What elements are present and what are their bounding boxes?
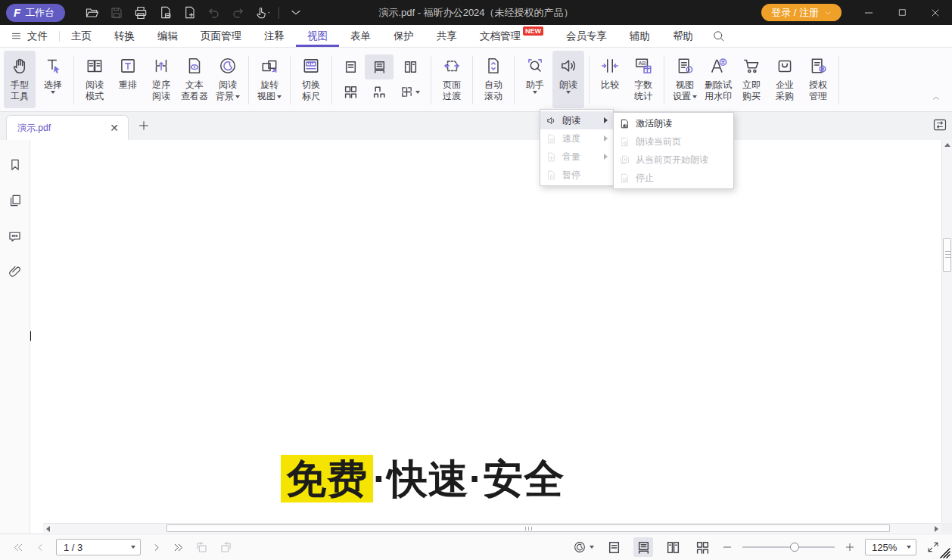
enterprise-purchase-button[interactable]: 企业采购 — [769, 51, 801, 108]
customize-toolbar-icon[interactable] — [284, 3, 308, 23]
last-page-icon[interactable] — [172, 541, 185, 554]
next-page-icon[interactable] — [151, 542, 162, 553]
menu-accessibility[interactable]: 辅助 — [618, 25, 661, 47]
tab-close-icon[interactable]: ✕ — [108, 122, 120, 134]
hand-tool-button[interactable]: 手型工具 — [4, 51, 36, 108]
page-transition-button[interactable]: 页面过渡 — [436, 51, 468, 108]
zoom-slider[interactable] — [742, 542, 835, 552]
facing-layout-button[interactable] — [394, 54, 427, 79]
ribbon-divider — [589, 56, 590, 104]
redo-icon[interactable] — [226, 3, 250, 23]
open-file-icon[interactable] — [80, 3, 104, 23]
menu-convert[interactable]: 转换 — [103, 25, 146, 47]
separate-cover-layout-button[interactable] — [365, 79, 394, 104]
toggle-ruler-button[interactable]: 切换标尺 — [295, 51, 327, 108]
auto-scroll-button[interactable]: 自动滚动 — [478, 51, 509, 108]
facing-continuous-view-icon[interactable] — [692, 537, 712, 557]
page-number-combobox[interactable]: 1 / 3 — [56, 539, 141, 555]
facing-view-icon[interactable] — [663, 537, 683, 557]
menu-edit[interactable]: 编辑 — [146, 25, 189, 47]
split-view-button[interactable] — [394, 79, 427, 104]
zoom-slider-thumb[interactable] — [790, 543, 799, 552]
scroll-left-arrow[interactable] — [46, 526, 50, 532]
menu-share[interactable]: 共享 — [425, 25, 468, 47]
facing-continuous-layout-button[interactable] — [336, 79, 365, 104]
minimize-button[interactable] — [852, 0, 885, 25]
horizontal-scroll-thumb[interactable] — [166, 524, 890, 532]
page-export-icon[interactable] — [153, 3, 177, 23]
menu-item-speed[interactable]: 速度 — [540, 129, 613, 148]
horizontal-scrollbar[interactable] — [43, 523, 941, 533]
menu-home[interactable]: 主页 — [60, 25, 103, 47]
menu-item-pause[interactable]: 暂停 — [540, 166, 613, 184]
previous-view-icon[interactable] — [194, 540, 209, 555]
comments-panel-icon[interactable] — [7, 228, 23, 244]
menu-item-read-current-page[interactable]: 朗读当前页 — [614, 132, 733, 151]
continuous-layout-button[interactable] — [365, 54, 394, 79]
ribbon-toolbar: 手型工具 选择 阅读模式 重排 逆序阅读 文本查看器 阅读背景 旋转视图 切换标… — [0, 48, 952, 112]
menu-item-volume[interactable]: 音量 — [540, 148, 613, 166]
menu-view[interactable]: 视图 — [296, 25, 339, 47]
compare-button[interactable]: 比较 — [594, 51, 626, 108]
reflow-button[interactable]: 重排 — [112, 51, 144, 108]
pages-panel-icon[interactable] — [7, 192, 23, 209]
collapse-ribbon-icon[interactable] — [931, 93, 941, 107]
zoom-out-icon[interactable] — [722, 542, 733, 552]
attachments-panel-icon[interactable] — [7, 263, 23, 280]
view-settings-button[interactable]: 视图设置 — [669, 51, 701, 108]
close-button[interactable] — [919, 0, 952, 25]
menu-page-management[interactable]: 页面管理 — [189, 25, 253, 47]
menu-item-stop[interactable]: 停止 — [614, 169, 733, 187]
assistant-button[interactable]: 助手 — [519, 51, 551, 108]
single-page-layout-button[interactable] — [336, 54, 365, 79]
text-viewer-button[interactable]: 文本查看器 — [179, 51, 210, 108]
fullscreen-icon[interactable] — [926, 540, 940, 554]
select-button[interactable]: 选择 — [37, 51, 69, 108]
maximize-button[interactable] — [885, 0, 919, 25]
vertical-scroll-thumb[interactable] — [943, 238, 951, 272]
reverse-reading-button[interactable]: 逆序阅读 — [145, 51, 177, 108]
menu-protect[interactable]: 保护 — [382, 25, 425, 47]
night-mode-icon[interactable] — [573, 540, 594, 554]
remove-trial-watermark-button[interactable]: 删除试用水印 — [702, 51, 734, 108]
bookmarks-panel-icon[interactable] — [7, 157, 23, 173]
document-tab[interactable]: 演示.pdf ✕ — [6, 115, 129, 140]
previous-page-icon[interactable] — [35, 542, 46, 553]
rotate-view-button[interactable]: 旋转视图 — [254, 51, 285, 108]
menu-comment[interactable]: 注释 — [253, 25, 296, 47]
menu-item-read-from-current-page[interactable]: 从当前页开始朗读 — [614, 151, 733, 169]
new-tab-icon[interactable] — [138, 120, 150, 135]
first-page-icon[interactable] — [12, 541, 25, 554]
reading-background-button[interactable]: 阅读背景 — [212, 51, 244, 108]
reading-mode-button[interactable]: 阅读模式 — [79, 51, 110, 108]
pointer-mode-icon[interactable] — [250, 3, 274, 23]
license-management-button[interactable]: 授权管理 — [802, 51, 834, 108]
next-view-icon[interactable] — [219, 540, 233, 555]
scroll-up-arrow[interactable] — [944, 143, 950, 147]
workspace-button[interactable]: F 工作台 — [6, 4, 65, 22]
word-count-button[interactable]: AB 字数统计 — [627, 51, 659, 108]
menu-member-exclusive[interactable]: 会员专享 — [555, 25, 618, 47]
menu-item-read-aloud[interactable]: 朗读 — [540, 111, 613, 129]
vertical-scrollbar[interactable] — [941, 140, 952, 523]
menu-form[interactable]: 表单 — [339, 25, 382, 47]
login-register-button[interactable]: 登录 / 注册 — [761, 4, 842, 21]
undo-icon[interactable] — [201, 3, 226, 23]
search-icon[interactable] — [705, 25, 733, 47]
menu-item-activate-read-aloud[interactable]: 激活朗读 — [614, 114, 733, 132]
read-aloud-button[interactable]: 朗读 — [552, 51, 584, 108]
menu-file[interactable]: 文件 — [0, 25, 59, 47]
menu-help[interactable]: 帮助 — [661, 25, 705, 47]
swap-view-icon[interactable] — [932, 117, 947, 135]
window-resize-grip[interactable] — [940, 548, 950, 558]
single-page-view-icon[interactable] — [604, 537, 624, 557]
zoom-in-icon[interactable] — [845, 542, 855, 552]
save-icon[interactable] — [104, 3, 129, 23]
buy-now-button[interactable]: 立即购买 — [736, 51, 767, 108]
continuous-view-icon[interactable] — [633, 537, 653, 557]
menu-document-management[interactable]: 文档管理 NEW — [468, 25, 555, 47]
zoom-level-combobox[interactable]: 125% — [865, 539, 916, 555]
scroll-right-arrow[interactable] — [935, 526, 938, 532]
new-page-icon[interactable] — [177, 3, 201, 23]
print-icon[interactable] — [129, 3, 153, 23]
